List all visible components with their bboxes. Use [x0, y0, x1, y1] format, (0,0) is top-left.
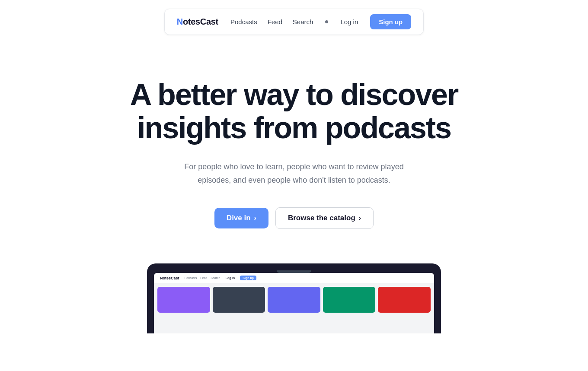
chevron-right-icon-secondary: › — [359, 214, 361, 222]
mini-login: Log in — [225, 276, 235, 280]
nav-link-feed[interactable]: Feed — [268, 18, 282, 25]
browse-catalog-label: Browse the catalog — [288, 214, 355, 222]
mini-card-5 — [378, 287, 431, 313]
hero-cta-group: Dive in › Browse the catalog › — [214, 207, 374, 229]
signup-button[interactable]: Sign up — [370, 14, 411, 29]
dive-in-button[interactable]: Dive in › — [214, 208, 268, 228]
mini-nav-podcasts: Podcasts — [185, 276, 197, 279]
mini-nav-search: Search — [211, 276, 220, 279]
brand-logo[interactable]: NotesCast — [177, 17, 218, 27]
dive-in-label: Dive in — [227, 214, 251, 222]
chevron-right-icon: › — [254, 214, 256, 222]
mini-content-grid — [154, 283, 434, 316]
mini-card-1 — [157, 287, 210, 313]
mini-nav-links: Podcasts Feed Search — [185, 276, 220, 279]
mini-card-2 — [213, 287, 265, 313]
hero-subtitle: For people who love to learn, people who… — [182, 160, 406, 187]
nav-link-podcasts[interactable]: Podcasts — [230, 18, 257, 25]
hero-section: A better way to discover insights from p… — [0, 44, 588, 255]
mini-signup: Sign up — [240, 276, 256, 280]
laptop-frame: NotesCast Podcasts Feed Search Log in Si… — [147, 263, 441, 333]
login-link[interactable]: Log in — [340, 18, 358, 25]
hero-title-line1: A better way to discover — [130, 78, 458, 111]
nav-links-list: Podcasts Feed Search — [230, 18, 313, 26]
laptop-screen: NotesCast Podcasts Feed Search Log in Si… — [154, 273, 434, 333]
brand-suffix: otesCast — [183, 17, 218, 26]
navbar-wrapper: NotesCast Podcasts Feed Search Log in Si… — [0, 0, 588, 44]
mini-navbar: NotesCast Podcasts Feed Search Log in Si… — [154, 273, 434, 283]
mini-brand-logo: NotesCast — [160, 276, 179, 280]
mini-card-3 — [268, 287, 320, 313]
navbar: NotesCast Podcasts Feed Search Log in Si… — [164, 9, 424, 35]
brand-prefix: N — [177, 17, 183, 26]
laptop-preview-section: NotesCast Podcasts Feed Search Log in Si… — [0, 255, 588, 333]
hero-title: A better way to discover insights from p… — [130, 78, 458, 145]
mini-card-4 — [323, 287, 376, 313]
nav-link-search[interactable]: Search — [293, 18, 313, 25]
hero-title-line2: insights from podcasts — [137, 111, 451, 145]
mini-nav-feed: Feed — [200, 276, 207, 279]
nav-dot-separator — [325, 20, 328, 23]
browse-catalog-button[interactable]: Browse the catalog › — [275, 207, 374, 229]
